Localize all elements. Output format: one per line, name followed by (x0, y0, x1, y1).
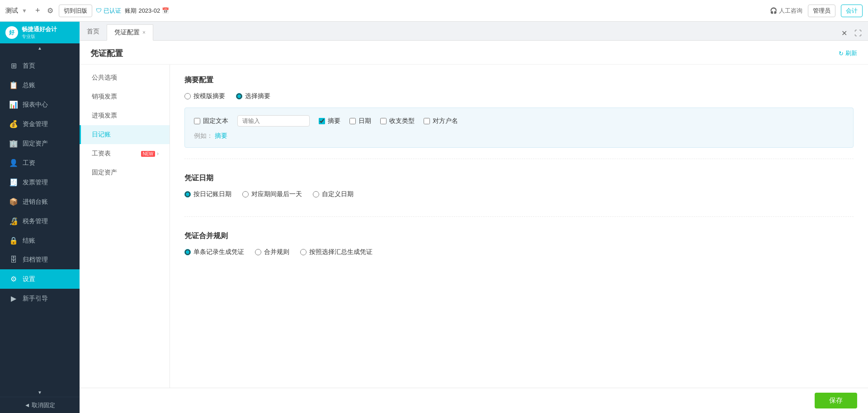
close-accounts-icon: 🔒 (9, 236, 18, 245)
abstract-radio-select[interactable]: 选择摘要 (236, 92, 270, 100)
settings-icon-btn[interactable]: ⚙ (45, 5, 55, 17)
date-section: 凭证日期 按日记账日期 对应期间最后一天 自定义日期 (184, 174, 854, 217)
config-menu-journal[interactable]: 日记账 (80, 125, 170, 144)
checkbox-date-input[interactable] (349, 118, 356, 124)
date-radio-custom[interactable]: 自定义日期 (313, 190, 354, 198)
sidebar-item-label-capital: 资金管理 (23, 120, 48, 128)
tab-home[interactable]: 首页 (80, 24, 107, 40)
sidebar-item-tax[interactable]: 🔏 税务管理 (0, 211, 80, 231)
sidebar-item-label-reports: 报表中心 (23, 101, 48, 109)
switch-old-button[interactable]: 切到旧版 (59, 5, 92, 17)
config-menu-payroll-table[interactable]: 工资表 NEW › (80, 144, 170, 163)
sidebar-item-label-archive: 归档管理 (23, 256, 48, 264)
date-radio-period-last-input[interactable] (242, 191, 249, 197)
sidebar-logo[interactable]: 好 畅捷通好会计 专业版 (0, 22, 80, 43)
select-merge-label: 按照选择汇总生成凭证 (309, 248, 373, 256)
tab-close-button[interactable]: ✕ (839, 28, 850, 38)
add-button[interactable]: + (33, 4, 42, 17)
sidebar-item-close[interactable]: 🔒 结账 (0, 231, 80, 250)
home-icon: ⊞ (9, 61, 18, 70)
payroll-table-label: 工资表 (92, 150, 111, 158)
merge-radio-rule[interactable]: 合并规则 (255, 248, 289, 256)
tab-close-icon[interactable]: × (142, 29, 146, 36)
accountant-button[interactable]: 会计 (841, 5, 863, 17)
cancel-fixed-button[interactable]: ◄ 取消固定 (0, 397, 80, 413)
checkbox-fixed-text[interactable]: 固定文本 (194, 117, 228, 125)
checkbox-counterpart-input[interactable] (424, 118, 430, 124)
period-label: 账期 (125, 7, 137, 15)
scroll-down-icon[interactable]: ▼ (0, 388, 80, 397)
abstract-radio-template-input[interactable] (184, 93, 191, 99)
save-button[interactable]: 保存 (815, 393, 857, 408)
tab-fullscreen-button[interactable]: ⛶ (852, 28, 864, 38)
sidebar-item-capital[interactable]: 💰 资金管理 (0, 114, 80, 134)
top-bar-left: 测试 ▼ (5, 7, 27, 15)
date-radio-group: 按日记账日期 对应期间最后一天 自定义日期 (184, 190, 854, 198)
chevron-down-icon[interactable]: ▼ (22, 8, 27, 14)
merge-radio-single[interactable]: 单条记录生成凭证 (184, 248, 244, 256)
checkbox-pay-type[interactable]: 收支类型 (380, 117, 415, 125)
page-title: 凭证配置 (90, 48, 123, 59)
sidebar-item-label-ledger: 总账 (23, 81, 35, 89)
abstract-radio-template[interactable]: 按模版摘要 (184, 92, 225, 100)
sidebar-item-newbie[interactable]: ▶ 新手引导 (0, 289, 80, 308)
sidebar-item-invoice[interactable]: 🧾 发票管理 (0, 173, 80, 192)
checkbox-counterpart[interactable]: 对方户名 (424, 117, 458, 125)
config-menu-fixed-assets[interactable]: 固定资产 (80, 163, 170, 182)
journal-date-label: 按日记账日期 (193, 190, 231, 198)
config-menu-sales-invoice[interactable]: 销项发票 (80, 87, 170, 106)
sidebar-item-reports[interactable]: 📊 报表中心 (0, 95, 80, 114)
fixed-text-input[interactable] (237, 115, 310, 127)
sidebar-item-label-sales: 进销台账 (23, 198, 48, 206)
sidebar-item-assets[interactable]: 🏢 固定资产 (0, 134, 80, 153)
merge-radio-select-input[interactable] (300, 249, 307, 255)
fixed-text-label: 固定文本 (203, 117, 228, 125)
merge-radio-single-input[interactable] (184, 249, 191, 255)
content-area: 首页 凭证配置 × ✕ ⛶ 凭证配置 ↻ 刷新 公共选项 销项发票 (80, 22, 868, 413)
sidebar-item-home[interactable]: ⊞ 首页 (0, 56, 80, 75)
date-radio-custom-input[interactable] (313, 191, 319, 197)
tab-voucher-config[interactable]: 凭证配置 × (107, 24, 153, 41)
date-radio-journal[interactable]: 按日记账日期 (184, 190, 231, 198)
sidebar-item-sales[interactable]: 📦 进销台账 (0, 192, 80, 211)
sidebar-item-archive[interactable]: 🗄 归档管理 (0, 250, 80, 269)
merge-radio-rule-input[interactable] (255, 249, 261, 255)
abstract-section: 摘要配置 按模版摘要 选择摘要 (184, 75, 854, 159)
refresh-button[interactable]: ↻ 刷新 (839, 49, 857, 57)
checkbox-fixed-text-input[interactable] (194, 118, 200, 124)
sidebar-item-settings[interactable]: ⚙ 设置 (0, 269, 80, 289)
checkbox-abstract[interactable]: 摘要 (319, 117, 340, 125)
sidebar-item-payroll[interactable]: 👤 工资 (0, 153, 80, 173)
example-label: 例如： (194, 132, 213, 139)
checkbox-date[interactable]: 日期 (349, 117, 371, 125)
merge-section: 凭证合并规则 单条记录生成凭证 合并规则 按照选择汇总生成凭证 (184, 231, 854, 274)
new-badge: NEW (141, 151, 155, 157)
calendar-icon[interactable]: 📅 (162, 7, 169, 14)
config-layout: 公共选项 销项发票 进项发票 日记账 工资表 NEW › 固定资产 摘要配置 (80, 65, 868, 388)
sidebar-item-label-home: 首页 (23, 62, 35, 70)
abstract-radio-select-input[interactable] (236, 93, 242, 99)
config-menu-public[interactable]: 公共选项 (80, 68, 170, 87)
archive-icon: 🗄 (9, 256, 18, 264)
custom-date-label: 自定义日期 (322, 190, 354, 198)
page-header: 凭证配置 ↻ 刷新 (80, 41, 868, 65)
merge-radio-select[interactable]: 按照选择汇总生成凭证 (300, 248, 373, 256)
consult-button[interactable]: 🎧 人工咨询 (770, 7, 802, 15)
date-radio-period-last[interactable]: 对应期间最后一天 (242, 190, 302, 198)
logo-text-block: 畅捷通好会计 专业版 (22, 25, 57, 40)
checkbox-abstract-input[interactable] (319, 118, 325, 124)
abstract-section-title: 摘要配置 (184, 75, 854, 85)
certified-label: 已认证 (104, 7, 121, 15)
main-layout: 好 畅捷通好会计 专业版 ▲ ⊞ 首页 📋 总账 📊 报表中心 💰 资金管理 (0, 22, 868, 413)
date-radio-journal-input[interactable] (184, 191, 191, 197)
logo-title: 畅捷通好会计 (22, 25, 57, 33)
sidebar-item-label-invoice: 发票管理 (23, 178, 48, 187)
scroll-up-icon[interactable]: ▲ (0, 43, 80, 52)
tab-bar: 首页 凭证配置 × ✕ ⛶ (80, 22, 868, 41)
config-menu-purchase-invoice[interactable]: 进项发票 (80, 106, 170, 125)
period-info: 账期 2023-02 📅 (125, 7, 169, 15)
checkbox-pay-type-input[interactable] (380, 118, 387, 124)
admin-button[interactable]: 管理员 (808, 5, 835, 17)
abstract-check-label: 摘要 (328, 117, 340, 125)
sidebar-item-ledger[interactable]: 📋 总账 (0, 75, 80, 95)
